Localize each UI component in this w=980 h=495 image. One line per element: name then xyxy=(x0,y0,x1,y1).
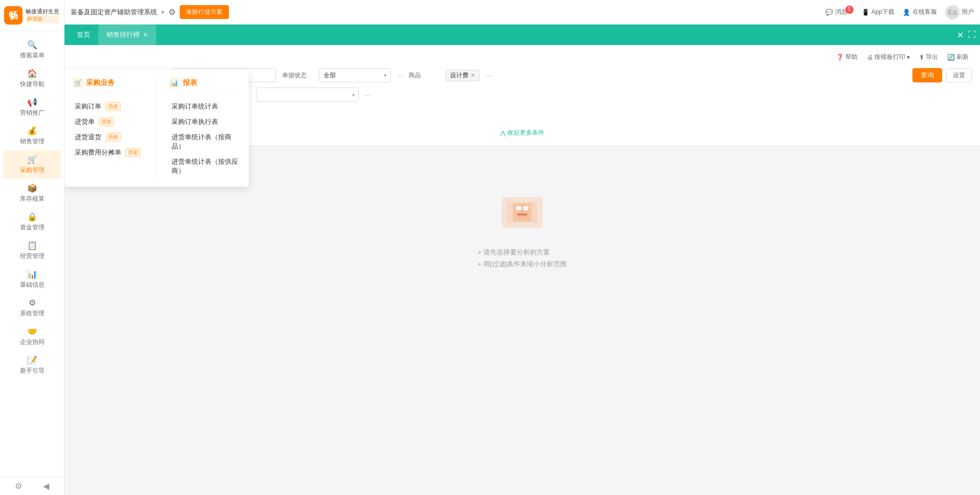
salesperson-select[interactable] xyxy=(257,88,359,102)
tabbar-right: ✕ ⛶ xyxy=(957,30,976,40)
content-area: ❓ 帮助 🖨 按模板打印 ▾ ⬆ 导出 🔄 刷新 xyxy=(65,45,980,495)
collapse-icon: ⋀ xyxy=(500,130,505,137)
sidebar-item-purchase[interactable]: 🛒采购管理 xyxy=(3,150,61,179)
user-avatar: Ea xyxy=(945,5,960,19)
tab-close-icon[interactable]: ✕ xyxy=(143,31,148,38)
tab-home[interactable]: 首页 xyxy=(69,25,98,45)
sidebar-item-system[interactable]: ⚙系统管理 xyxy=(3,294,61,322)
sidebar-item-finance[interactable]: 🔒资金管理 xyxy=(3,208,61,236)
query-button[interactable]: 查询 xyxy=(912,68,942,82)
online-service-button[interactable]: 👤 在线客服 xyxy=(903,8,937,16)
refresh-button[interactable]: 🔄 刷新 xyxy=(944,51,972,63)
voucher-status-dots[interactable]: ··· xyxy=(397,72,402,79)
dropdown-report-title: 📊 报表 xyxy=(169,78,241,93)
svg-rect-7 xyxy=(523,206,528,210)
basic-info-icon: 📊 xyxy=(27,269,37,279)
voucher-status-select-wrap: 全部 xyxy=(319,68,391,82)
svg-rect-6 xyxy=(516,206,521,210)
dropdown-item-purchase-order-stat[interactable]: 采购订单统计表 xyxy=(169,99,241,114)
help-button[interactable]: ❓ 帮助 xyxy=(833,51,861,63)
topbar-settings-icon[interactable]: ⚙ xyxy=(168,7,176,17)
sidebar-item-guide[interactable]: 📝新手引导 xyxy=(3,351,61,379)
salesperson-dots[interactable]: ··· xyxy=(365,91,371,99)
inventory-icon: 📦 xyxy=(27,183,37,193)
logo-icon: 畅 xyxy=(4,6,23,25)
main-area: 装备及固定资产辅助管理系统 ▾ ⚙ 体验行业方案 💬 消息 5 📱 App下载 … xyxy=(65,0,980,495)
system-icon: ⚙ xyxy=(29,298,36,308)
empty-tips: 请先选择要分析的方案 用[过滤]条件来缩小分析范围 xyxy=(478,246,567,270)
service-icon: 👤 xyxy=(903,9,910,16)
logo-text: 畅捷通好生意 xyxy=(26,8,59,15)
goods-tag: 设计费 ✕ xyxy=(445,70,480,81)
notification-badge: 5 xyxy=(845,6,854,14)
topbar-right: 💬 消息 5 📱 App下载 👤 在线客服 Ea 用户 xyxy=(825,5,974,19)
sales-icon: 💰 xyxy=(27,126,37,136)
dropdown-purchase-title: 🛒 采购业务 xyxy=(73,78,144,93)
purchase-title-icon: 🛒 xyxy=(73,78,83,88)
topbar-arrow-icon: ▾ xyxy=(161,9,164,16)
sidebar-item-quick-nav[interactable]: 🏠快捷导航 xyxy=(3,64,61,93)
toolbar-row: ❓ 帮助 🖨 按模板打印 ▾ ⬆ 导出 🔄 刷新 xyxy=(73,51,972,63)
tabbar: 首页 销售排行榜 ✕ ✕ ⛶ xyxy=(65,25,980,45)
tab-sales-ranking[interactable]: 销售排行榜 ✕ xyxy=(98,25,156,45)
dropdown-divider xyxy=(157,78,157,179)
voucher-status-label: 单据状态 xyxy=(282,71,313,80)
sidebar-item-marketing[interactable]: 📢营销推广 xyxy=(3,93,61,121)
empty-illustration xyxy=(492,187,553,238)
collapse-sidebar-icon[interactable]: ◀ xyxy=(43,481,49,491)
sidebar-item-operation[interactable]: 📋经营管理 xyxy=(3,236,61,265)
goods-label: 商品 xyxy=(409,71,439,80)
refresh-icon: 🔄 xyxy=(947,54,955,61)
window-maximize-icon[interactable]: ⛶ xyxy=(968,30,976,39)
app-icon: 📱 xyxy=(862,9,869,16)
settings-button[interactable]: 设置 xyxy=(946,68,972,82)
goods-dots[interactable]: ··· xyxy=(486,72,492,79)
finance-icon: 🔒 xyxy=(27,212,37,222)
print-button[interactable]: 🖨 按模板打印 ▾ xyxy=(864,51,913,63)
enterprise-icon: 🤝 xyxy=(27,327,37,336)
settings-icon[interactable]: ⚙ xyxy=(15,481,22,491)
dropdown-item-purchase-order-exec[interactable]: 采购订单执行表 xyxy=(169,114,241,130)
user-menu[interactable]: Ea 用户 xyxy=(945,5,974,19)
voucher-status-select[interactable]: 全部 xyxy=(319,68,391,82)
dropdown-item-goods-in-stat-by-supplier[interactable]: 进货单统计表（按供应商） xyxy=(169,154,241,179)
dropdown-item-purchase-order[interactable]: 采购订单 历史 xyxy=(73,99,144,114)
sidebar-item-basic-info[interactable]: 📊基础信息 xyxy=(3,265,61,293)
tab-home-label: 首页 xyxy=(77,30,90,39)
report-title-icon: 📊 xyxy=(169,78,180,88)
collapse-button[interactable]: ⋀ 收起更多条件 xyxy=(494,126,550,139)
sidebar-item-sales[interactable]: 💰销售管理 xyxy=(3,122,61,150)
guide-icon: 📝 xyxy=(27,355,37,365)
solution-button[interactable]: 体验行业方案 xyxy=(180,5,229,19)
topbar-title: 装备及固定资产辅助管理系统 xyxy=(71,8,157,17)
logo-badge: 标准版 xyxy=(26,15,59,23)
salesperson-select-wrap xyxy=(257,88,359,102)
sidebar-bottom: ⚙ ◀ xyxy=(0,477,64,495)
hist-badge-4: 历史 xyxy=(125,148,141,157)
message-button[interactable]: 💬 消息 5 xyxy=(825,8,854,16)
sidebar-item-search[interactable]: 🔍搜索菜单 xyxy=(3,36,61,64)
sidebar-item-inventory[interactable]: 📦库存核算 xyxy=(3,179,61,207)
dropdown-item-goods-in-stat-by-goods[interactable]: 进货单统计表（按商品） xyxy=(169,130,241,154)
tab-sales-ranking-label: 销售排行榜 xyxy=(106,30,140,39)
export-icon: ⬆ xyxy=(919,54,924,61)
print-icon: 🖨 xyxy=(867,54,873,61)
quick-nav-icon: 🏠 xyxy=(27,69,37,78)
marketing-icon: 📢 xyxy=(27,97,37,107)
goods-tag-close[interactable]: ✕ xyxy=(471,72,475,79)
hist-badge-3: 历史 xyxy=(105,133,121,142)
app-download-button[interactable]: 📱 App下载 xyxy=(862,8,894,16)
operation-icon: 📋 xyxy=(27,241,37,250)
print-arrow-icon: ▾ xyxy=(907,54,910,61)
dropdown-item-purchase-expense[interactable]: 采购费用分摊单 历史 xyxy=(73,145,144,160)
export-button[interactable]: ⬆ 导出 xyxy=(916,51,941,63)
topbar: 装备及固定资产辅助管理系统 ▾ ⚙ 体验行业方案 💬 消息 5 📱 App下载 … xyxy=(65,0,980,25)
dropdown-purchase-col: 🛒 采购业务 采购订单 历史 进货单 历史 进货退货 历史 采购费用分摊单 xyxy=(73,78,144,179)
window-close-icon[interactable]: ✕ xyxy=(957,30,964,40)
dropdown-item-goods-in[interactable]: 进货单 历史 xyxy=(73,114,144,130)
message-icon: 💬 xyxy=(825,9,833,16)
svg-rect-5 xyxy=(513,203,531,222)
help-icon: ❓ xyxy=(836,54,844,61)
dropdown-item-goods-return[interactable]: 进货退货 历史 xyxy=(73,130,144,145)
sidebar-item-enterprise[interactable]: 🤝企业协同 xyxy=(3,322,61,351)
